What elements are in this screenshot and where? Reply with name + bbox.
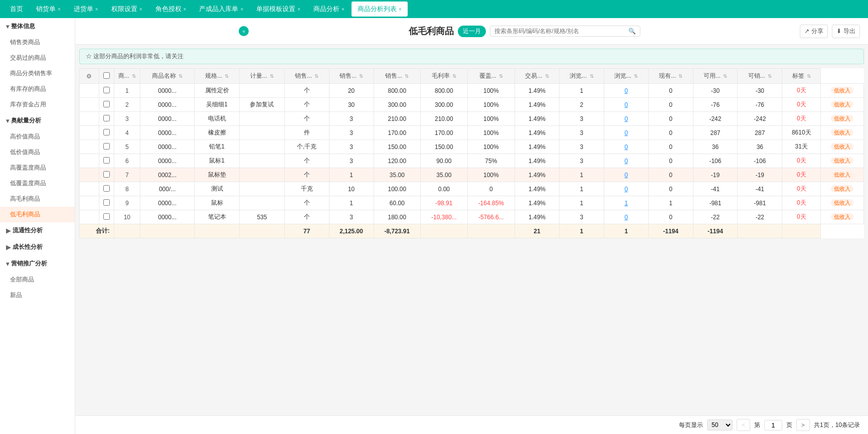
next-page-btn[interactable]: ＞: [796, 419, 810, 431]
row-select-checkbox[interactable]: [103, 115, 110, 121]
close-sales-tab[interactable]: ×: [58, 7, 61, 12]
row-gear[interactable]: [80, 84, 99, 98]
close-purchase-tab[interactable]: ×: [95, 7, 98, 12]
nav-sales[interactable]: 销货单×: [30, 2, 67, 17]
nav-permissions[interactable]: 权限设置×: [105, 2, 148, 17]
nav-template[interactable]: 单据模板设置×: [250, 2, 306, 17]
sidebar-item-all-goods[interactable]: 全部商品: [0, 272, 75, 287]
sidebar-item-high-margin[interactable]: 高毛利商品: [0, 191, 75, 207]
row-checkbox[interactable]: [99, 196, 114, 210]
nav-role-auth[interactable]: 角色授权×: [149, 2, 193, 17]
row-gear[interactable]: [80, 98, 99, 112]
row-select-checkbox[interactable]: [103, 157, 110, 164]
nav-product-entry[interactable]: 产成品入库单×: [193, 2, 249, 17]
filter-recent-month-btn[interactable]: 近一月: [458, 26, 486, 37]
col-unit[interactable]: 计量... ⇅: [240, 69, 285, 84]
close-permissions-tab[interactable]: ×: [139, 7, 142, 12]
sidebar-item-traded-goods[interactable]: 交易过的商品: [0, 50, 75, 66]
row-checkbox[interactable]: [99, 154, 114, 168]
row-checkbox[interactable]: [99, 168, 114, 182]
row-views1[interactable]: 0: [604, 98, 648, 112]
row-gear[interactable]: [80, 112, 99, 126]
row-views1[interactable]: 0: [604, 168, 648, 182]
col-available[interactable]: 可用... ⇅: [693, 69, 738, 84]
col-name[interactable]: 商品名称 ⇅: [140, 69, 195, 84]
col-tag[interactable]: 标签 ⇅: [782, 69, 821, 84]
search-input[interactable]: [494, 28, 628, 35]
col-checkbox[interactable]: [99, 69, 114, 84]
row-views1[interactable]: 0: [604, 126, 648, 140]
sidebar-item-low-value[interactable]: 低价值商品: [0, 144, 75, 160]
row-gear[interactable]: [80, 126, 99, 140]
close-goods-analysis-tab[interactable]: ×: [341, 7, 344, 12]
collapse-sidebar-btn[interactable]: «: [239, 26, 249, 36]
col-gear[interactable]: ⚙: [80, 69, 99, 84]
nav-purchase[interactable]: 进货单×: [68, 2, 104, 17]
data-table-container[interactable]: ⚙ 商... ⇅ 商品名称 ⇅ 规格... ⇅ 计量... ⇅ 销售... ⇅ …: [79, 68, 864, 415]
row-checkbox[interactable]: [99, 140, 114, 154]
sidebar-item-inventory-capital[interactable]: 库存资金占用: [0, 97, 75, 112]
select-all-checkbox[interactable]: [103, 72, 110, 79]
col-current-stock[interactable]: 现有... ⇅: [648, 69, 693, 84]
col-sales-amount[interactable]: 销售... ⇅: [374, 69, 421, 84]
sidebar-group-contribution[interactable]: ▾ 奥献量分析: [0, 112, 75, 129]
page-number-input[interactable]: [764, 420, 782, 430]
row-checkbox[interactable]: [99, 182, 114, 196]
row-gear[interactable]: [80, 196, 99, 210]
row-views1[interactable]: 0: [604, 140, 648, 154]
close-role-auth-tab[interactable]: ×: [184, 7, 187, 12]
row-views1[interactable]: 0: [604, 84, 648, 98]
row-views1[interactable]: 0: [604, 182, 648, 196]
row-checkbox[interactable]: [99, 84, 114, 98]
row-gear[interactable]: [80, 168, 99, 182]
row-checkbox[interactable]: [99, 210, 114, 224]
row-select-checkbox[interactable]: [103, 213, 110, 220]
nav-goods-analysis[interactable]: 商品分析×: [307, 2, 351, 17]
close-template-tab[interactable]: ×: [297, 7, 300, 12]
nav-goods-analysis-list[interactable]: 商品分析列表×: [352, 2, 408, 17]
row-gear[interactable]: [80, 182, 99, 196]
close-product-entry-tab[interactable]: ×: [240, 7, 243, 12]
row-views1[interactable]: 0: [604, 210, 648, 224]
col-code[interactable]: 商... ⇅: [114, 69, 140, 84]
export-button[interactable]: ⬇ 导出: [832, 25, 860, 38]
close-goods-analysis-list-tab[interactable]: ×: [399, 7, 402, 12]
row-select-checkbox[interactable]: [103, 171, 110, 178]
row-select-checkbox[interactable]: [103, 199, 110, 206]
prev-page-btn[interactable]: ＜: [737, 419, 750, 431]
row-select-checkbox[interactable]: [103, 101, 110, 107]
sidebar-item-in-stock[interactable]: 有库存的商品: [0, 81, 75, 97]
row-checkbox[interactable]: [99, 98, 114, 112]
sidebar-item-high-value[interactable]: 高价值商品: [0, 129, 75, 144]
row-views1[interactable]: 0: [604, 112, 648, 126]
sidebar-item-new-goods[interactable]: 新品: [0, 287, 75, 303]
col-views2[interactable]: 浏览... ⇅: [604, 69, 648, 84]
col-sales-price[interactable]: 销售... ⇅: [329, 69, 374, 84]
search-icon[interactable]: 🔍: [628, 28, 636, 35]
row-gear[interactable]: [80, 154, 99, 168]
row-gear[interactable]: [80, 140, 99, 154]
sidebar-item-high-coverage[interactable]: 高覆盖度商品: [0, 160, 75, 176]
sidebar-group-flow[interactable]: ▶ 流通性分析: [0, 222, 75, 239]
nav-home[interactable]: 首页: [4, 2, 29, 17]
sidebar-group-growth[interactable]: ▶ 成长性分析: [0, 239, 75, 255]
row-select-checkbox[interactable]: [103, 143, 110, 150]
sidebar-item-low-margin[interactable]: 低毛利商品: [0, 207, 75, 222]
sidebar-group-marketing[interactable]: ▾ 营销推广分析: [0, 255, 75, 272]
col-trade[interactable]: 交易... ⇅: [515, 69, 560, 84]
col-gross-margin[interactable]: 毛利率 ⇅: [421, 69, 468, 84]
row-checkbox[interactable]: [99, 112, 114, 126]
sidebar-item-low-coverage[interactable]: 低覆盖度商品: [0, 176, 75, 191]
row-select-checkbox[interactable]: [103, 185, 110, 192]
row-select-checkbox[interactable]: [103, 129, 110, 135]
row-gear[interactable]: [80, 210, 99, 224]
row-select-checkbox[interactable]: [103, 87, 110, 93]
sidebar-item-sales-goods[interactable]: 销售类商品: [0, 35, 75, 50]
col-sellable[interactable]: 可销... ⇅: [738, 69, 782, 84]
per-page-select[interactable]: 50 100 200: [707, 419, 733, 430]
col-coverage[interactable]: 覆盖... ⇅: [467, 69, 514, 84]
col-views1[interactable]: 浏览... ⇅: [559, 69, 604, 84]
row-views1[interactable]: 0: [604, 154, 648, 168]
col-spec[interactable]: 规格... ⇅: [195, 69, 240, 84]
sidebar-item-category-rate[interactable]: 商品分类销售率: [0, 66, 75, 81]
